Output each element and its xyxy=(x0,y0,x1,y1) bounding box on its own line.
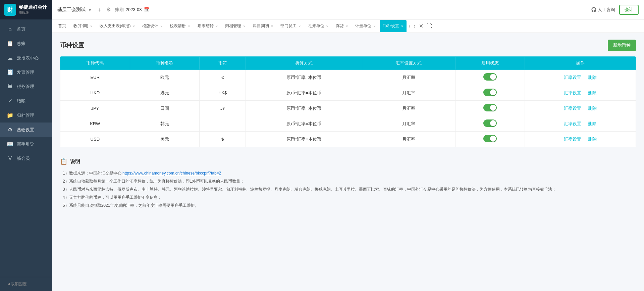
tab-template-design-close[interactable]: × xyxy=(160,24,162,28)
tab-prev-button[interactable]: ‹ xyxy=(407,23,412,29)
rate-settings-link[interactable]: 汇率设置 xyxy=(564,90,581,95)
cell-actions: 汇率设置 删除 xyxy=(525,70,636,85)
logo-icon: 财 xyxy=(4,4,16,16)
company-selector[interactable]: 基层工会测试 ▼ xyxy=(57,7,92,13)
tab-currency-settings-close[interactable]: × xyxy=(401,24,403,28)
delete-link[interactable]: 删除 xyxy=(588,106,597,111)
sidebar-pin-toggle[interactable]: ◄取消固定 xyxy=(0,277,52,291)
cloud-icon: ☁ xyxy=(7,55,13,61)
sidebar-item-home[interactable]: ⌂ 首页 xyxy=(0,22,52,36)
tab-period-report[interactable]: 收(中期) × xyxy=(70,20,96,32)
add-company-button[interactable]: ＋ xyxy=(96,6,102,14)
tab-period-end[interactable]: 期末结转 × xyxy=(194,20,221,32)
sidebar-item-basic-settings[interactable]: ⚙ 基础设置 xyxy=(0,123,52,137)
enable-toggle[interactable] xyxy=(483,135,497,142)
cell-calc-method: 原币*汇率=本位币 xyxy=(246,132,362,147)
company-dropdown-icon: ▼ xyxy=(88,7,92,12)
cell-status xyxy=(455,101,525,116)
sidebar-item-member[interactable]: V 畅会员 xyxy=(0,151,52,165)
tab-close-all-button[interactable]: ✕ xyxy=(418,23,425,29)
sidebar-item-tax[interactable]: 🏛 税务管理 xyxy=(0,80,52,94)
tab-subject-init[interactable]: 科目期初 × xyxy=(250,20,276,32)
sidebar-item-general-ledger[interactable]: 📋 总账 xyxy=(0,36,52,51)
cell-status xyxy=(455,70,525,85)
tab-next-button[interactable]: › xyxy=(413,23,417,29)
company-settings-icon[interactable]: ⚙ xyxy=(106,6,111,13)
tab-dept-employee-close[interactable]: × xyxy=(299,24,301,28)
sidebar-item-archive[interactable]: 📁 归档管理 xyxy=(0,108,52,123)
tab-expand-button[interactable]: ⛶ xyxy=(425,23,433,29)
home-icon: ⌂ xyxy=(7,26,13,32)
tab-subject-init-close[interactable]: × xyxy=(271,24,273,28)
tab-currency-settings-label: 币种设置 xyxy=(383,23,399,29)
sidebar-item-beginner[interactable]: 📖 新手引导 xyxy=(0,137,52,151)
cell-code: KRW xyxy=(60,116,130,132)
rate-settings-link[interactable]: 汇率设置 xyxy=(564,137,581,142)
new-currency-button[interactable]: 新增币种 xyxy=(608,40,636,51)
tab-home[interactable]: 首页 xyxy=(55,20,69,32)
cell-actions: 汇率设置 删除 xyxy=(525,132,636,147)
sidebar-item-checkout[interactable]: ✓ 结账 xyxy=(0,94,52,108)
tab-inventory-close[interactable]: × xyxy=(346,24,348,28)
cell-rate-method: 月汇率 xyxy=(362,85,455,101)
enable-toggle[interactable] xyxy=(483,104,497,111)
delete-link[interactable]: 删除 xyxy=(588,137,597,142)
sidebar-item-report-center[interactable]: ☁ 云报表中心 xyxy=(0,51,52,65)
cell-calc-method: 原币*汇率=本位币 xyxy=(246,116,362,132)
tab-business-unit-close[interactable]: × xyxy=(326,24,328,28)
tab-unit-close[interactable]: × xyxy=(373,24,375,28)
toggle-thumb xyxy=(490,89,496,95)
tab-tax-clearance[interactable]: 税表清册 × xyxy=(166,20,193,32)
rate-settings-link[interactable]: 汇率设置 xyxy=(564,106,581,111)
checkout-icon: ✓ xyxy=(7,98,13,104)
tab-template-design[interactable]: 模版设计 × xyxy=(139,20,166,32)
cell-symbol: $ xyxy=(200,132,246,147)
toggle-thumb xyxy=(490,136,496,142)
tab-business-unit[interactable]: 往来单位 × xyxy=(305,20,332,32)
tab-tax-clearance-close[interactable]: × xyxy=(188,24,190,28)
toggle-thumb xyxy=(490,120,496,126)
tab-period-report-close[interactable]: × xyxy=(90,24,92,28)
logo-title: 畅捷通好会计 xyxy=(19,4,47,10)
cell-calc-method: 原币*汇率=本位币 xyxy=(246,70,362,85)
header-bar: 基层工会测试 ▼ ＋ ⚙ 账期 2023-03 📅 🎧 人工咨询 会计 xyxy=(52,0,644,19)
tab-currency-settings[interactable]: 币种设置 × xyxy=(380,20,407,32)
cell-rate-method: 月汇率 xyxy=(362,132,455,147)
tab-archive-mgmt[interactable]: 归档管理 × xyxy=(222,20,249,32)
delete-link[interactable]: 删除 xyxy=(588,121,597,126)
logo-text: 畅捷通好会计 旗舰版 xyxy=(19,4,47,15)
tab-annual-report-close[interactable]: × xyxy=(132,24,135,28)
col-header-name: 币种名称 xyxy=(130,57,200,70)
tab-unit[interactable]: 计量单位 × xyxy=(352,20,379,32)
tab-dept-employee-label: 部门员工 xyxy=(280,23,297,29)
settings-icon: ⚙ xyxy=(7,127,13,133)
sidebar-item-general-ledger-label: 总账 xyxy=(17,41,25,47)
cell-rate-method: 月汇率 xyxy=(362,116,455,132)
kuaiji-button[interactable]: 会计 xyxy=(619,5,639,15)
tab-annual-report[interactable]: 收入支出表(年报) × xyxy=(96,20,138,32)
archive-icon: 📁 xyxy=(7,112,13,118)
notes-link[interactable]: https://www.chinamoney.com.cn/chinese/bk… xyxy=(122,171,221,176)
cell-status xyxy=(455,85,525,101)
sidebar-item-invoice[interactable]: 🧾 发票管理 xyxy=(0,65,52,80)
calendar-icon[interactable]: 📅 xyxy=(144,7,149,12)
tab-period-end-close[interactable]: × xyxy=(216,24,218,28)
cell-rate-method: 月汇率 xyxy=(362,101,455,116)
toggle-track xyxy=(483,119,497,127)
toggle-thumb xyxy=(490,74,496,80)
service-button[interactable]: 🎧 人工咨询 xyxy=(591,7,615,13)
enable-toggle[interactable] xyxy=(483,89,497,96)
tab-inventory[interactable]: 存货 × xyxy=(332,20,351,32)
delete-link[interactable]: 删除 xyxy=(588,90,597,95)
tab-dept-employee[interactable]: 部门员工 × xyxy=(277,20,304,32)
rate-settings-link[interactable]: 汇率设置 xyxy=(564,121,581,126)
note-item: 4）无官方牌价的币种，可以用用户手工维护汇率信息； xyxy=(63,193,636,201)
enable-toggle[interactable] xyxy=(483,119,497,127)
delete-link[interactable]: 删除 xyxy=(588,75,597,80)
rate-settings-link[interactable]: 汇率设置 xyxy=(564,75,581,80)
tab-archive-mgmt-close[interactable]: × xyxy=(243,24,245,28)
ledger-icon: 📋 xyxy=(7,40,13,47)
enable-toggle[interactable] xyxy=(483,73,497,81)
period-label: 账期 xyxy=(115,7,124,13)
service-label: 人工咨询 xyxy=(598,7,615,13)
